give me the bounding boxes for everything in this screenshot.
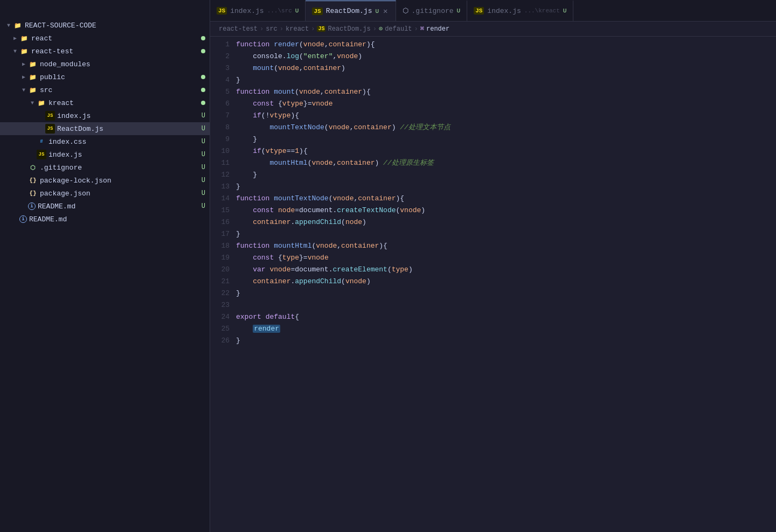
tab-js-icon: JS <box>312 8 322 15</box>
sidebar-item-index_js_src[interactable]: JSindex.jsU <box>0 148 210 161</box>
fn-token: mountHtml <box>269 159 307 167</box>
line-number: 9 <box>219 134 230 145</box>
method-token: appendChild <box>295 277 341 285</box>
line-number: 19 <box>219 252 230 264</box>
param-token: container <box>303 64 341 72</box>
code-line: const {vtype}=vnode <box>236 98 767 110</box>
kw-token: function <box>236 242 269 250</box>
plain-token <box>236 206 253 214</box>
code-line: if(!vtype){ <box>236 110 767 122</box>
tab-label: ReactDom.js <box>326 7 372 15</box>
sidebar-item-react[interactable]: 📁react <box>0 32 210 45</box>
line-number: 8 <box>219 122 230 134</box>
sidebar: 📁 REACT-SOURCE-CODE 📁react📁react-test📁no… <box>0 0 210 532</box>
plain-token <box>236 64 253 72</box>
tab-badge: U <box>375 8 379 15</box>
code-line: } <box>236 288 767 299</box>
sidebar-item-index_css[interactable]: #index.cssU <box>0 135 210 148</box>
sidebar-item-src[interactable]: 📁src <box>0 83 210 96</box>
code-line: mount(vnode,container) <box>236 62 767 74</box>
plain-token: }= <box>303 100 312 108</box>
code-lines: function render(vnode,container){ consol… <box>236 39 776 532</box>
plain-token: ) <box>392 123 400 131</box>
info-icon: i <box>28 202 36 210</box>
sidebar-header <box>0 0 210 19</box>
item-label: react <box>31 34 201 43</box>
code-line: } <box>236 134 767 145</box>
code-line: function render(vnode,container){ <box>236 39 767 51</box>
line-number: 10 <box>219 145 230 157</box>
tab-tab2[interactable]: JSReactDom.jsU✕ <box>306 1 396 21</box>
param-token: container <box>253 218 290 226</box>
sidebar-item-index_js_kreact[interactable]: JSindex.jsU <box>0 109 210 122</box>
item-label: public <box>40 73 201 81</box>
plain-token: , <box>320 88 324 96</box>
badge-u: U <box>202 138 205 145</box>
param-token: vnode <box>303 40 324 48</box>
sidebar-item-kreact[interactable]: 📁kreact <box>0 96 210 109</box>
num-token: 1 <box>295 147 299 155</box>
chevron-closed-icon <box>11 34 19 43</box>
plain-token: } <box>236 183 240 191</box>
param-token: vnode <box>337 52 358 60</box>
kw-token: function <box>236 40 269 48</box>
plain-token: ( <box>274 64 278 72</box>
css-icon: # <box>37 137 46 146</box>
tab-tab4[interactable]: JSindex.js ...\kreactU <box>467 1 573 21</box>
tab-bar: JSindex.js ...\srcUJSReactDom.jsU✕⬡.giti… <box>210 0 776 22</box>
param-token: vnode <box>329 123 350 131</box>
item-label: node_modules <box>40 60 210 68</box>
sidebar-item-react-test[interactable]: 📁react-test <box>0 45 210 58</box>
line-number: 3 <box>219 62 230 74</box>
code-line: container.appendChild(vnode) <box>236 276 767 288</box>
plain-token: ){ <box>299 147 308 155</box>
breadcrumb-render-icon: ⌘ <box>420 25 424 33</box>
plain-token <box>236 147 253 155</box>
line-number: 22 <box>219 288 230 299</box>
param-token: vnode <box>332 194 354 202</box>
sidebar-item-package_json[interactable]: {}package.jsonU <box>0 187 210 200</box>
param-token: container <box>341 242 379 250</box>
kw-token: function <box>236 194 269 202</box>
tab-close-button[interactable]: ✕ <box>382 5 389 17</box>
item-label: package.json <box>40 190 202 198</box>
tab-tab1[interactable]: JSindex.js ...\srcU <box>210 1 306 21</box>
highlighted-token: render <box>253 325 280 333</box>
sidebar-item-readme_outer[interactable]: iREADME.md <box>0 213 210 226</box>
badge-u: U <box>202 164 205 171</box>
fn-token: mountTextNode <box>274 194 328 202</box>
sidebar-item-package_lock[interactable]: {}package-lock.jsonU <box>0 174 210 187</box>
plain-token: ){ <box>290 111 299 120</box>
plain-token: ) <box>358 52 362 60</box>
chevron-open-icon <box>19 86 28 94</box>
sidebar-root[interactable]: 📁 REACT-SOURCE-CODE <box>0 19 210 32</box>
tab-js-icon: JS <box>474 7 484 15</box>
tab-badge: U <box>457 8 461 14</box>
fn-token: mountTextNode <box>269 123 324 131</box>
plain-token: ){ <box>366 40 375 48</box>
plain-token <box>236 111 253 120</box>
sidebar-item-node_modules[interactable]: 📁node_modules <box>0 58 210 71</box>
code-editor[interactable]: 1234567891011121314151617181920212223242… <box>210 37 776 532</box>
plain-token: ) <box>375 159 384 167</box>
sidebar-item-gitignore[interactable]: ⬡.gitignoreU <box>0 161 210 174</box>
tab-tab3[interactable]: ⬡.gitignoreU <box>396 1 468 21</box>
sidebar-item-readme_inner[interactable]: iREADME.mdU <box>0 200 210 213</box>
chevron-closed-icon <box>19 73 28 81</box>
chevron-icon <box>4 21 13 30</box>
plain-token: =document. <box>295 206 337 214</box>
item-label: index.css <box>48 138 202 146</box>
item-label: index.js <box>57 112 202 120</box>
breadcrumb-render: render <box>426 25 449 33</box>
param-token: container <box>337 159 375 167</box>
code-line: mountHtml(vnode,container) //处理原生标签 <box>236 157 767 169</box>
plain-token: ( <box>299 40 303 48</box>
code-line: const node=document.createTextNode(vnode… <box>236 205 767 216</box>
sidebar-item-public[interactable]: 📁public <box>0 71 210 83</box>
plain-token <box>236 277 253 285</box>
sidebar-item-reactdom_js[interactable]: JSReactDom.jsU <box>0 122 210 135</box>
item-label: react-test <box>31 47 201 55</box>
tab-label: index.js <box>230 7 264 15</box>
plain-token: . <box>282 52 287 60</box>
plain-token: ){ <box>362 88 371 96</box>
